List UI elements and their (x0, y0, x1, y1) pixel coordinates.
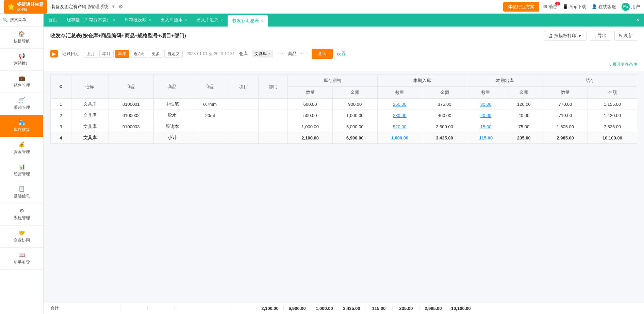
message-count: 6 (555, 2, 560, 5)
cell-out-qty[interactable]: 115.00 (467, 132, 505, 144)
date-btn-7days[interactable]: 近7天 (131, 50, 147, 58)
main-layout: 🔍 搜索菜单 🏠 快捷导航 📢 营销推广 💼 销售管理 🛒 采购管理 🏪 库存核… (0, 14, 644, 314)
purchase-icon: 🛒 (18, 97, 25, 103)
filter-row-main: ▶ 记账日期 上月 本月 本年 近7天 更多 自定义 2023-01-01 至 … (50, 49, 637, 59)
total-spacer3 (120, 306, 148, 311)
cell-out-qty[interactable]: 80.00 (467, 99, 505, 110)
page-title: 收发存汇总表(按仓库+商品编码+商品+规格型号+项目+部门) (50, 33, 186, 39)
tab-flow[interactable]: 出入库流水 × (156, 14, 192, 26)
warehouse-filter-dots[interactable]: ··· (277, 51, 284, 57)
date-btn-more[interactable]: 更多 (149, 50, 163, 58)
message-badge-item[interactable]: ✉ 消息 6 (543, 4, 557, 10)
link-in-qty[interactable]: 1,000.00 (391, 135, 409, 141)
tab-summary[interactable]: 出入库汇总 × (192, 14, 227, 26)
goods-filter-dots[interactable]: ··· (301, 51, 307, 57)
date-btn-this-year[interactable]: 本年 (115, 50, 129, 58)
sidebar-item-operations[interactable]: 📊 经营管理 (0, 159, 43, 181)
sidebar-item-guide[interactable]: 📖 新手引导 (0, 248, 43, 270)
cell-out-qty[interactable]: 15.00 (467, 121, 505, 132)
guide-label: 新手引导 (14, 260, 30, 265)
sidebar-item-base[interactable]: 📋 基础信息 (0, 181, 43, 203)
refresh-icon: ↻ (619, 33, 623, 38)
cell-in-qty[interactable]: 520.00 (377, 121, 422, 132)
link-out-qty[interactable]: 115.00 (479, 135, 493, 141)
expand-conditions-button[interactable]: ∨ 展开更多条件 (609, 62, 637, 67)
cell-code: 0100002 (109, 110, 153, 121)
warehouse-tag-close[interactable]: × (268, 51, 270, 56)
sidebar-item-quick[interactable]: 🏠 快捷导航 (0, 27, 43, 49)
tab-flow-close[interactable]: × (185, 18, 187, 22)
sidebar-item-marketing[interactable]: 📢 营销推广 (0, 49, 43, 71)
link-in-qty[interactable]: 230.00 (393, 113, 407, 118)
tab-receive-summary[interactable]: 收发存汇总表 × (228, 15, 268, 27)
total-closing-qty: 2,985.00 (420, 306, 447, 311)
sidebar-item-finance[interactable]: 💰 资金管理 (0, 137, 43, 159)
cell-in-qty[interactable]: 230.00 (377, 110, 422, 121)
total-out-amt: 235.00 (393, 306, 420, 311)
sidebar-item-system[interactable]: ⚙ 系统管理 (0, 203, 43, 226)
finance-icon: 💰 (18, 141, 25, 148)
tab-summary-close[interactable]: × (220, 18, 222, 22)
th-gear[interactable]: ⚙ (51, 75, 71, 99)
print-button[interactable]: 🖨 按模板打印 ▼ (544, 31, 587, 41)
link-in-qty[interactable]: 250.00 (393, 102, 407, 107)
tab-inventory-dist-label: 现存量（库存分布表） (67, 17, 111, 23)
cell-opening-amt: 6,900.00 (332, 132, 377, 144)
cell-out-qty[interactable]: 20.00 (467, 110, 505, 121)
app-download-item[interactable]: 📱 App下载 (563, 4, 586, 10)
print-dropdown-icon: ▼ (578, 33, 582, 38)
cell-in-qty[interactable]: 1,000.00 (377, 132, 422, 144)
settings-link[interactable]: 设置 (337, 51, 346, 57)
link-out-qty[interactable]: 15.00 (480, 124, 492, 129)
link-out-qty[interactable]: 80.00 (480, 102, 492, 107)
filter-toggle-button[interactable]: ▶ (50, 50, 58, 57)
expand-label: 展开更多条件 (613, 62, 637, 67)
refresh-button[interactable]: ↻ 刷新 (614, 31, 637, 41)
th-warehouse: 仓库 (71, 75, 109, 99)
sidebar-item-enterprise[interactable]: 🤝 企业协同 (0, 226, 43, 248)
cell-name: 采访本 (153, 121, 191, 132)
cell-closing-qty: 770.00 (543, 99, 588, 110)
date-btn-custom[interactable]: 自定义 (164, 50, 183, 58)
warehouse-tag[interactable]: 文具库 × (252, 50, 273, 57)
query-button[interactable]: 查询 (312, 49, 333, 59)
sidebar-item-search[interactable]: 🔍 搜索菜单 (0, 14, 43, 27)
system-label: 系统管理 (14, 215, 30, 221)
sidebar-item-purchase[interactable]: 🛒 采购管理 (0, 93, 43, 115)
export-button[interactable]: ↓ 导出 (590, 31, 611, 41)
date-btn-last-month[interactable]: 上月 (84, 50, 98, 58)
cell-in-amt: 460.00 (422, 110, 467, 121)
tab-inventory-dist[interactable]: 现存量（库存分布表） × (62, 14, 120, 26)
system-icon: ⚙ (19, 208, 24, 214)
tab-inventory-dist-close[interactable]: × (113, 18, 115, 22)
sidebar-item-sales[interactable]: 💼 销售管理 (0, 71, 43, 93)
total-spacer6 (202, 306, 229, 311)
link-in-qty[interactable]: 520.00 (393, 124, 407, 129)
finance-label: 资金管理 (14, 149, 30, 155)
base-icon: 📋 (18, 185, 25, 192)
online-service-label: 在线客服 (598, 4, 616, 10)
total-spacer4 (148, 306, 175, 311)
marketing-icon: 📢 (18, 53, 25, 59)
th-closing: 结存 (543, 75, 637, 87)
user-item[interactable]: Ea 用户 (622, 3, 640, 11)
system-selector-icon[interactable]: ▼ (111, 4, 116, 9)
online-service-item[interactable]: 👤 在线客服 (592, 4, 616, 10)
sidebar-item-inventory[interactable]: 🏪 库存核算 (0, 115, 43, 137)
tab-receive-summary-close[interactable]: × (261, 19, 263, 23)
tab-bar-close-all[interactable]: × (631, 14, 644, 26)
tab-home[interactable]: 首页 (44, 14, 62, 26)
gear-icon[interactable]: ⚙ (118, 3, 123, 10)
cell-in-amt: 3,435.00 (422, 132, 467, 144)
trial-button[interactable]: 体验行业方案 (503, 2, 539, 12)
date-btn-this-month[interactable]: 本月 (99, 50, 114, 58)
total-in-amt: 3,435.00 (338, 306, 365, 311)
filter-row-expand: ∨ 展开更多条件 (50, 62, 637, 67)
home-icon: 🏠 (18, 31, 25, 37)
cell-warehouse: 文具库 (71, 121, 109, 132)
cell-in-qty[interactable]: 250.00 (377, 99, 422, 110)
link-out-qty[interactable]: 20.00 (480, 113, 492, 118)
tab-batch[interactable]: 库存批次账 × (120, 14, 155, 26)
tab-batch-close[interactable]: × (149, 18, 151, 22)
total-out-qty: 115.00 (365, 306, 393, 311)
